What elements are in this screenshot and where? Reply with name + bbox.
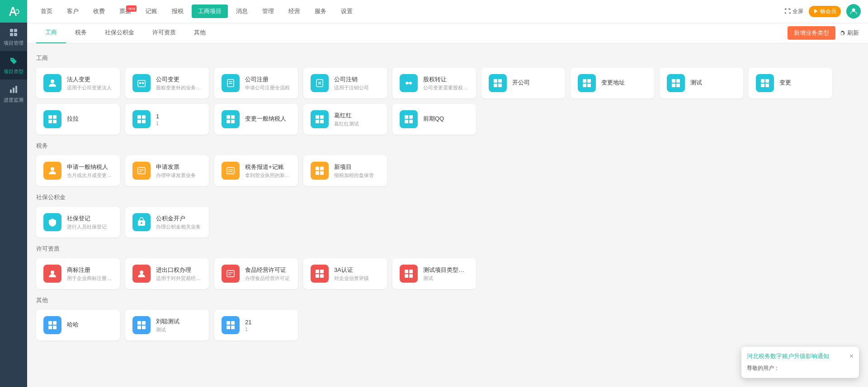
card-company-change[interactable]: 公司变更 股权变更外的业务变更 bbox=[125, 68, 209, 98]
card-change[interactable]: 变更 bbox=[749, 68, 832, 98]
svg-rect-66 bbox=[320, 171, 324, 175]
svg-rect-35 bbox=[765, 84, 769, 87]
card-icon-import-export bbox=[132, 265, 151, 283]
svg-rect-39 bbox=[53, 120, 57, 123]
card-one[interactable]: 1 1 bbox=[125, 104, 209, 135]
card-import-export[interactable]: 进出口权办理 适用于对外贸易经营者 bbox=[125, 258, 209, 289]
card-social-insurance[interactable]: 社保登记 进行人员社保登记 bbox=[36, 207, 120, 238]
subtab-shebao[interactable]: 社保公积金 bbox=[96, 23, 143, 43]
card-haha[interactable]: 哈哈 bbox=[36, 310, 120, 340]
card-tax-bookkeeping[interactable]: 税务报道+记账 拿到营业执照的新公司 bbox=[214, 155, 298, 186]
add-business-type-button[interactable]: 新增业务类型 bbox=[788, 26, 835, 40]
nav-fee[interactable]: 收费 bbox=[87, 5, 111, 18]
card-open-company[interactable]: 开公司 bbox=[481, 68, 565, 98]
card-legal-change[interactable]: 法人变更 适用于公司变更法人 bbox=[36, 68, 120, 98]
card-icon-haha bbox=[43, 316, 61, 334]
nav-tax[interactable]: 报税 bbox=[165, 5, 190, 18]
vip-button[interactable]: ▶ 畅会员 bbox=[809, 6, 841, 17]
card-equity-transfer[interactable]: 股权转让 公司变更需要股权转让 bbox=[392, 68, 476, 98]
card-company-cancel[interactable]: 公司注销 适用于注销公司 bbox=[303, 68, 387, 98]
card-21[interactable]: 21 1 bbox=[214, 310, 298, 340]
svg-rect-63 bbox=[316, 167, 319, 170]
nav-settings[interactable]: 设置 bbox=[335, 5, 359, 18]
notification-close-button[interactable]: × bbox=[849, 353, 854, 360]
card-icon-one bbox=[132, 110, 151, 128]
card-new-project[interactable]: 新项目 报税加税控盘保管 bbox=[303, 155, 387, 186]
svg-rect-48 bbox=[316, 115, 319, 119]
svg-rect-85 bbox=[53, 326, 57, 329]
svg-rect-3 bbox=[14, 33, 17, 36]
svg-rect-22 bbox=[494, 84, 497, 87]
svg-rect-91 bbox=[231, 321, 235, 325]
svg-rect-51 bbox=[320, 120, 324, 123]
card-test-type-def[interactable]: 测试项目类型目定义 测试 bbox=[392, 258, 476, 289]
svg-rect-44 bbox=[226, 115, 230, 119]
nav-client[interactable]: 客户 bbox=[61, 5, 85, 18]
svg-rect-87 bbox=[142, 321, 146, 325]
subtabs-right: 新增业务类型 刷新 bbox=[788, 26, 859, 40]
svg-rect-65 bbox=[316, 171, 319, 175]
svg-rect-27 bbox=[587, 84, 591, 87]
card-icon-3a-cert bbox=[311, 265, 329, 283]
svg-rect-89 bbox=[142, 326, 146, 329]
svg-rect-47 bbox=[231, 120, 235, 123]
card-icon-change-taxpayer bbox=[222, 110, 240, 128]
refresh-icon bbox=[839, 30, 845, 36]
avatar[interactable] bbox=[846, 4, 861, 19]
sidebar-logo[interactable] bbox=[0, 0, 27, 23]
nav-manage[interactable]: 管理 bbox=[256, 5, 280, 18]
card-icon-provident-fund bbox=[132, 213, 151, 231]
user-icon bbox=[849, 7, 858, 15]
card-liucong-test[interactable]: 刘聪测试 测试 bbox=[125, 310, 209, 340]
nav-home[interactable]: 首页 bbox=[34, 5, 59, 18]
card-food-license[interactable]: 食品经营许可证 办理食品经营许可证 bbox=[214, 258, 298, 289]
card-3a-cert[interactable]: 3A认证 对企业信誉评级 bbox=[303, 258, 387, 289]
svg-rect-21 bbox=[498, 79, 502, 83]
svg-rect-1 bbox=[14, 29, 17, 32]
svg-point-69 bbox=[51, 270, 54, 274]
card-icon-food-license bbox=[222, 265, 240, 283]
svg-rect-20 bbox=[494, 79, 497, 83]
subtab-qita[interactable]: 其他 bbox=[185, 23, 215, 43]
sidebar: 项目管理 项目类型 进度监测 bbox=[0, 0, 27, 387]
nav-service[interactable]: 服务 bbox=[308, 5, 333, 18]
card-company-register[interactable]: 公司注册 申请公司注册全流程 bbox=[214, 68, 298, 98]
cards-grid-qita: 哈哈 刘聪测试 测试 bbox=[36, 310, 859, 340]
sidebar-item-project-manage[interactable]: 项目管理 bbox=[0, 23, 27, 51]
svg-rect-9 bbox=[138, 80, 145, 87]
card-icon-test-type-def bbox=[400, 265, 418, 283]
nav-operate[interactable]: 经营 bbox=[282, 5, 307, 18]
sidebar-item-progress[interactable]: 进度监测 bbox=[0, 79, 27, 108]
svg-rect-81 bbox=[409, 274, 413, 278]
svg-rect-26 bbox=[583, 84, 586, 87]
svg-rect-71 bbox=[227, 270, 234, 277]
svg-point-70 bbox=[140, 270, 143, 274]
card-lala[interactable]: 拉拉 bbox=[36, 104, 120, 135]
nav-bookkeeping[interactable]: 记账 bbox=[139, 5, 164, 18]
subtab-xuke[interactable]: 许可资质 bbox=[143, 23, 185, 43]
subtab-gongshang[interactable]: 工商 bbox=[36, 23, 66, 43]
card-change-address[interactable]: 变更地址 bbox=[571, 68, 654, 98]
card-provident-fund[interactable]: 公积金开户 办理公积金相关业务 bbox=[125, 207, 209, 238]
svg-rect-84 bbox=[48, 326, 52, 329]
svg-rect-43 bbox=[142, 120, 146, 123]
nav-ticket[interactable]: 票据 new bbox=[113, 5, 137, 18]
card-apply-invoice[interactable]: 申请发票 办理申请发票业务 bbox=[125, 155, 209, 186]
refresh-button[interactable]: 刷新 bbox=[839, 29, 859, 37]
card-qianqi-qq[interactable]: 前期QQ bbox=[392, 104, 476, 135]
svg-rect-10 bbox=[139, 82, 141, 84]
card-change-taxpayer[interactable]: 变更一般纳税人 bbox=[214, 104, 298, 135]
svg-rect-42 bbox=[137, 120, 141, 123]
section-title-shuiwu: 税务 bbox=[36, 142, 859, 150]
card-apply-taxpayer[interactable]: 申请一般纳税人 当月或次月成变更完成 bbox=[36, 155, 120, 186]
nav-message[interactable]: 消息 bbox=[230, 5, 254, 18]
card-gehonghong[interactable]: 葛红红 葛红红测试 bbox=[303, 104, 387, 135]
fullscreen-btn[interactable]: 全屏 bbox=[784, 8, 803, 15]
card-test[interactable]: 测试 bbox=[660, 68, 743, 98]
svg-rect-88 bbox=[137, 326, 141, 329]
subtab-shuiwu[interactable]: 税务 bbox=[66, 23, 96, 43]
svg-rect-36 bbox=[48, 115, 52, 119]
card-trademark[interactable]: 商标注册 用于企业商标注册服务 bbox=[36, 258, 120, 289]
sidebar-item-project-type[interactable]: 项目类型 bbox=[0, 51, 27, 79]
nav-bizproject[interactable]: 工商项目 bbox=[192, 5, 228, 18]
